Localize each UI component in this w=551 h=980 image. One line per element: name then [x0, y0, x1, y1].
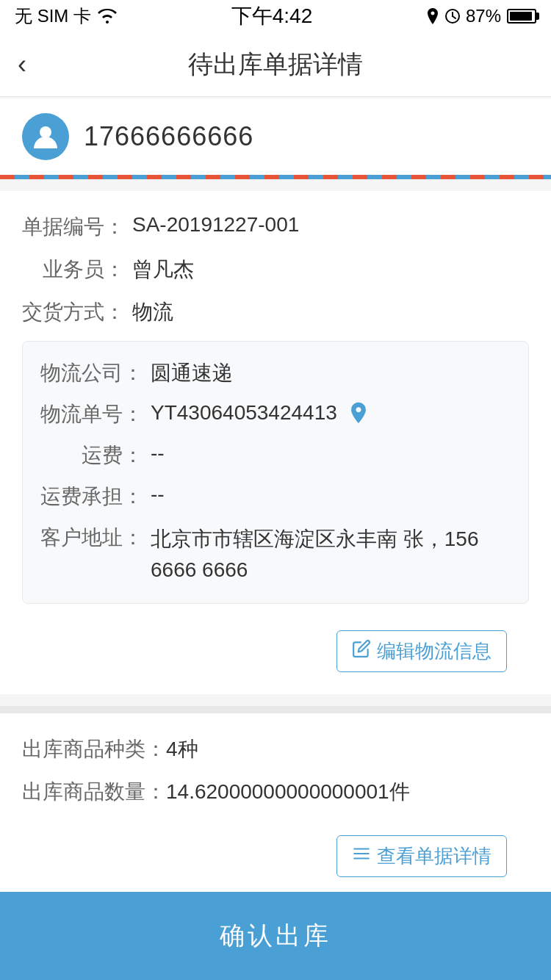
document-info-section: 单据编号： SA-20191227-001 业务员： 曾凡杰 交货方式： 物流 …	[0, 191, 551, 694]
user-header: 17666666666	[0, 98, 551, 175]
logistics-tracking-label: 物流单号：	[40, 400, 143, 428]
goods-type-value: 4种	[166, 735, 529, 763]
view-button-label: 查看单据详情	[377, 843, 491, 869]
logistics-freight-value: --	[143, 442, 511, 465]
document-number-value: SA-20191227-001	[125, 213, 529, 237]
goods-type-label: 出库商品种类：	[22, 735, 166, 763]
status-bar-right: 87%	[426, 6, 536, 26]
edit-icon	[352, 639, 371, 663]
confirm-button[interactable]: 确认出库	[0, 907, 551, 965]
avatar-icon	[31, 122, 60, 151]
logistics-freightbear-label: 运费承担：	[40, 483, 143, 511]
logistics-tracking-value: YT43064053424413	[143, 400, 511, 425]
delivery-row: 交货方式： 物流	[22, 298, 529, 326]
salesman-value: 曾凡杰	[125, 256, 529, 284]
back-button[interactable]: ‹	[18, 49, 26, 80]
edit-button-row: 编辑物流信息	[22, 616, 529, 672]
document-number-label: 单据编号：	[22, 213, 125, 241]
nav-bar: ‹ 待出库单据详情	[0, 32, 551, 97]
map-pin-icon[interactable]	[346, 400, 371, 425]
carrier-text: 无 SIM 卡	[15, 4, 91, 28]
goods-section: 出库商品种类： 4种 出库商品数量： 14.62000000000000001件…	[0, 713, 551, 899]
status-bar-left: 无 SIM 卡	[15, 4, 118, 28]
goods-quantity-row: 出库商品数量： 14.62000000000000001件	[22, 778, 529, 806]
logistics-freight-row: 运费： --	[40, 442, 511, 469]
logistics-freight-label: 运费：	[40, 442, 143, 469]
salesman-row: 业务员： 曾凡杰	[22, 256, 529, 284]
logistics-card: 物流公司： 圆通速递 物流单号： YT43064053424413 运费： --…	[22, 341, 529, 604]
salesman-label: 业务员：	[22, 256, 125, 284]
clock-icon	[445, 9, 460, 24]
section-divider	[0, 706, 551, 713]
svg-point-3	[40, 126, 51, 138]
svg-line-2	[453, 16, 455, 18]
wifi-icon	[97, 9, 118, 24]
logistics-company-value: 圆通速递	[143, 359, 511, 387]
logistics-freightbear-row: 运费承担： --	[40, 483, 511, 511]
status-bar: 无 SIM 卡 下午4:42 87%	[0, 0, 551, 32]
logistics-company-label: 物流公司：	[40, 359, 143, 387]
edit-logistics-button[interactable]: 编辑物流信息	[336, 630, 507, 672]
logistics-freightbear-value: --	[143, 483, 511, 506]
logistics-address-value: 北京市市辖区海淀区永丰南 张，156 6666 6666	[143, 524, 511, 586]
view-icon	[352, 844, 371, 868]
page-title: 待出库单据详情	[188, 48, 363, 82]
battery-icon	[507, 9, 536, 24]
location-status-icon	[426, 8, 439, 24]
logistics-address-row: 客户地址： 北京市市辖区海淀区永丰南 张，156 6666 6666	[40, 524, 511, 586]
dashed-separator	[0, 175, 551, 179]
status-time: 下午4:42	[231, 2, 313, 30]
delivery-value: 物流	[125, 298, 529, 326]
edit-button-label: 编辑物流信息	[377, 638, 491, 664]
battery-text: 87%	[466, 6, 501, 26]
goods-quantity-label: 出库商品数量：	[22, 778, 166, 806]
confirm-button-wrap: 确认出库	[0, 892, 551, 980]
user-avatar	[22, 113, 69, 160]
delivery-label: 交货方式：	[22, 298, 125, 326]
logistics-company-row: 物流公司： 圆通速递	[40, 359, 511, 387]
document-number-row: 单据编号： SA-20191227-001	[22, 213, 529, 241]
view-button-row: 查看单据详情	[22, 821, 529, 877]
goods-type-row: 出库商品种类： 4种	[22, 735, 529, 763]
logistics-tracking-row: 物流单号： YT43064053424413	[40, 400, 511, 428]
goods-quantity-value: 14.62000000000000001件	[166, 778, 529, 806]
logistics-address-label: 客户地址：	[40, 524, 143, 552]
view-details-button[interactable]: 查看单据详情	[336, 835, 507, 877]
user-phone: 17666666666	[84, 121, 253, 152]
